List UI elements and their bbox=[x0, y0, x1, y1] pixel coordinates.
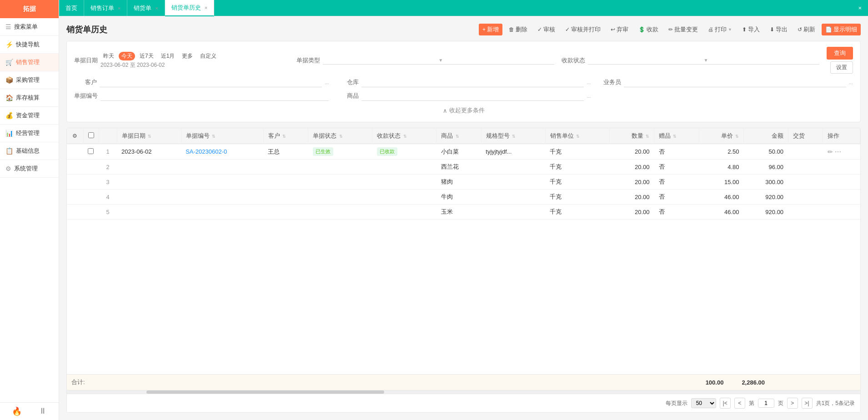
th-amount[interactable]: 金额 bbox=[744, 128, 788, 144]
td-checkbox[interactable] bbox=[83, 175, 99, 190]
td-checkbox[interactable] bbox=[83, 205, 99, 220]
td-checkbox[interactable] bbox=[83, 144, 99, 160]
doc-number-link[interactable]: SA-20230602-0 bbox=[186, 148, 227, 155]
th-sales-unit[interactable]: 销售单位 ⇅ bbox=[545, 128, 609, 144]
th-checkbox[interactable] bbox=[83, 128, 99, 144]
row-checkbox[interactable] bbox=[88, 148, 94, 154]
sidebar-item-basic-info[interactable]: 📋 基础信息 bbox=[0, 142, 59, 160]
page-content: 销货单历史 + 新增 🗑 删除 ✓ 审核 ✓ 审核并打印 bbox=[59, 16, 868, 420]
import-button[interactable]: ⬆ 导入 bbox=[738, 24, 763, 35]
pause-icon[interactable]: ⏸ bbox=[39, 406, 47, 416]
tab-home[interactable]: 首页 bbox=[59, 0, 84, 16]
tab-sales-order[interactable]: 销售订单 × bbox=[84, 0, 127, 16]
horizontal-scrollbar[interactable] bbox=[67, 390, 860, 394]
sidebar-item-system-mgmt[interactable]: ⚙ 系统管理 bbox=[0, 160, 59, 178]
last-page-button[interactable]: >| bbox=[802, 398, 813, 409]
page-size-select[interactable]: 50 100 200 bbox=[691, 398, 716, 408]
new-button[interactable]: + 新增 bbox=[479, 24, 502, 35]
th-collect-status[interactable]: 收款状态 ⇅ bbox=[372, 128, 437, 144]
fire-icon[interactable]: 🔥 bbox=[12, 406, 22, 416]
filter-customer-input[interactable] bbox=[100, 77, 322, 87]
prev-page-button[interactable]: < bbox=[734, 398, 745, 409]
sidebar-item-finance-mgmt[interactable]: 💰 资金管理 bbox=[0, 107, 59, 125]
query-button[interactable]: 查询 bbox=[827, 47, 853, 60]
delete-button[interactable]: 🗑 删除 bbox=[505, 24, 531, 35]
sidebar-item-purchase-mgmt[interactable]: 📦 采购管理 bbox=[0, 71, 59, 89]
td-settings bbox=[67, 175, 83, 190]
abandon-button[interactable]: ↩ 弃审 bbox=[607, 24, 632, 35]
sidebar-item-search-menu[interactable]: ☰ 搜索菜单 bbox=[0, 18, 59, 36]
td-doc-date bbox=[117, 175, 181, 190]
filter-goods-dots[interactable]: ... bbox=[587, 93, 591, 99]
filter-customer-dots[interactable]: ... bbox=[325, 80, 329, 85]
th-unit-price-label: 单价 bbox=[721, 132, 733, 139]
filter-doc-number-input[interactable] bbox=[100, 91, 329, 101]
td-amount: 50.00 bbox=[744, 144, 788, 160]
date-btn-more[interactable]: 更多 bbox=[179, 52, 196, 60]
per-page-label: 每页显示 bbox=[666, 400, 687, 407]
batch-change-button[interactable]: ✏ 批量变更 bbox=[665, 24, 702, 35]
tab-sales-history-close[interactable]: × bbox=[205, 5, 207, 10]
date-btn-today[interactable]: 今天 bbox=[119, 52, 135, 60]
th-goods[interactable]: 商品 ⇅ bbox=[437, 128, 481, 144]
th-qty[interactable]: 数量 ⇅ bbox=[609, 128, 654, 144]
td-customer bbox=[263, 175, 308, 190]
settings-button[interactable]: 设置 bbox=[830, 61, 853, 74]
audit-print-button[interactable]: ✓ 审核并打印 bbox=[562, 24, 604, 35]
th-settings[interactable]: ⚙ bbox=[67, 128, 83, 144]
sidebar-item-sales-mgmt[interactable]: 🛒 销售管理 bbox=[0, 54, 59, 71]
tab-sales-history[interactable]: 销货单历史 × bbox=[165, 0, 214, 16]
th-customer-label: 客户 bbox=[268, 132, 280, 139]
scrollbar-thumb[interactable] bbox=[146, 390, 385, 394]
date-btn-custom[interactable]: 自定义 bbox=[197, 52, 219, 60]
th-gift[interactable]: 赠品 ⇅ bbox=[654, 128, 699, 144]
tab-sales-goods-close[interactable]: × bbox=[155, 5, 158, 11]
tab-sales-order-close[interactable]: × bbox=[118, 5, 120, 11]
td-checkbox[interactable] bbox=[83, 160, 99, 175]
th-customer[interactable]: 客户 ⇅ bbox=[263, 128, 308, 144]
export-button[interactable]: ⬇ 导出 bbox=[766, 24, 791, 35]
edit-icon[interactable]: ✏ bbox=[828, 148, 833, 155]
filter-salesperson-dots[interactable]: ... bbox=[849, 80, 853, 85]
th-unit-price[interactable]: 单价 ⇅ bbox=[699, 128, 743, 144]
show-detail-button[interactable]: 📄 显示明细 bbox=[822, 24, 861, 35]
sidebar-item-inventory-calc[interactable]: 🏠 库存核算 bbox=[0, 89, 59, 107]
th-doc-date[interactable]: 单据日期 ⇅ bbox=[117, 128, 181, 144]
date-btn-7days[interactable]: 近7天 bbox=[137, 52, 156, 60]
collapse-icon: ∧ bbox=[443, 107, 447, 114]
filter-goods-input[interactable] bbox=[361, 91, 584, 101]
th-doc-status[interactable]: 单据状态 ⇅ bbox=[308, 128, 372, 144]
collect-button[interactable]: 💲 收款 bbox=[635, 24, 662, 35]
th-doc-number[interactable]: 单据编号 ⇅ bbox=[181, 128, 263, 144]
date-btn-1month[interactable]: 近1月 bbox=[158, 52, 178, 60]
tab-bar-close[interactable]: × bbox=[852, 5, 868, 11]
th-spec-type[interactable]: 规格型号 ⇅ bbox=[481, 128, 545, 144]
td-doc-number[interactable]: SA-20230602-0 bbox=[181, 144, 263, 160]
td-doc-number bbox=[181, 160, 263, 175]
collapse-more[interactable]: ∧ 收起更多条件 bbox=[74, 105, 853, 116]
refresh-button[interactable]: ↺ 刷新 bbox=[794, 24, 819, 35]
filter-doc-type-select[interactable]: ▼ bbox=[323, 56, 554, 65]
audit-button[interactable]: ✓ 审核 bbox=[534, 24, 559, 35]
refresh-label: 刷新 bbox=[803, 25, 815, 34]
filter-collect-status-select[interactable]: ▼ bbox=[588, 56, 819, 65]
sidebar-item-operation-mgmt[interactable]: 📊 经营管理 bbox=[0, 125, 59, 142]
print-button[interactable]: 🖨 打印 ▼ bbox=[704, 24, 736, 35]
td-checkbox[interactable] bbox=[83, 190, 99, 205]
next-page-button[interactable]: > bbox=[787, 398, 798, 409]
filter-warehouse-dots[interactable]: ... bbox=[587, 80, 591, 85]
filter-salesperson-input[interactable] bbox=[624, 77, 846, 87]
page-input[interactable]: 1 bbox=[758, 399, 774, 408]
sidebar-item-label: 资金管理 bbox=[16, 111, 40, 120]
th-transaction[interactable]: 交货 bbox=[788, 128, 823, 144]
batch-change-icon: ✏ bbox=[668, 26, 673, 33]
first-page-button[interactable]: |< bbox=[720, 398, 731, 409]
date-btn-yesterday[interactable]: 昨天 bbox=[100, 52, 117, 60]
filter-date-field: 单据日期 昨天 今天 近7天 近1月 更多 自定义 2023-06-02 至 2… bbox=[74, 52, 289, 69]
select-all-checkbox[interactable] bbox=[88, 132, 94, 138]
more-icon[interactable]: ⋯ bbox=[835, 148, 841, 155]
tab-sales-goods[interactable]: 销货单 × bbox=[127, 0, 165, 16]
filter-warehouse-input[interactable] bbox=[361, 77, 584, 87]
sidebar-item-quick-nav[interactable]: ⚡ 快捷导航 bbox=[0, 36, 59, 54]
table-scroll[interactable]: ⚙ 单据日期 ⇅ 单据编号 ⇅ bbox=[67, 128, 860, 374]
